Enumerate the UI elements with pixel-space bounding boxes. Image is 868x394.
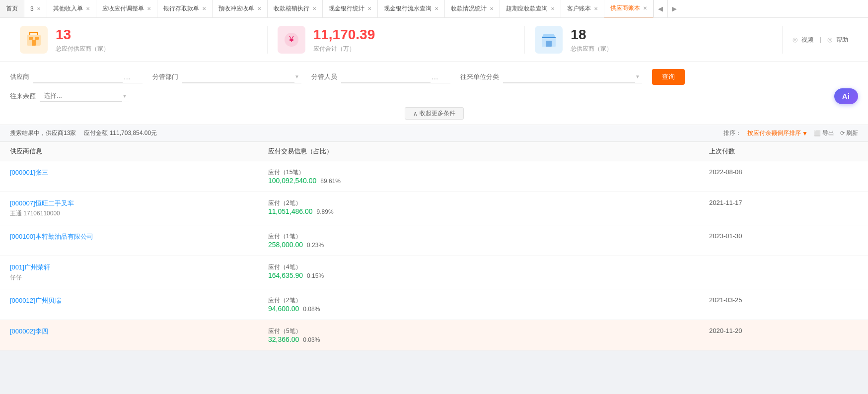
last-pay-cell-1: 2021-11-17	[709, 199, 858, 206]
table-row: [000100]本特勤油品有限公司 应付（1笔） 258,000.00 0.23…	[0, 225, 868, 256]
close-tab3[interactable]: ✕	[37, 6, 41, 11]
person-filter-label: 分管人员	[311, 72, 337, 81]
search-button[interactable]: 查询	[652, 69, 685, 85]
supplier-info-cell: [000002]李四	[10, 327, 268, 336]
help-link[interactable]: 帮助	[836, 36, 848, 44]
category-dropdown-arrow[interactable]: ▼	[635, 74, 640, 79]
close-adjust[interactable]: ✕	[147, 6, 151, 11]
collapse-button[interactable]: ∧ 收起更多条件	[405, 107, 464, 120]
col-supplier-info: 供应商信息	[10, 147, 268, 156]
tx-info-cell-5: 应付（5笔） 32,366.00 0.03%	[268, 327, 709, 343]
table-row: [000001]张三 应付（15笔） 100,092,540.00 89.61%…	[0, 161, 868, 192]
card3-number: 18	[571, 26, 612, 43]
close-collect-stat[interactable]: ✕	[490, 6, 494, 11]
nav-cash-stat[interactable]: 现金银行统计 ✕	[323, 0, 378, 18]
summary-card-suppliers: 13 总应付供应商（家）	[10, 26, 268, 54]
category-filter-label: 往来单位分类	[460, 72, 499, 81]
last-pay-cell-0: 2022-08-08	[709, 168, 858, 176]
table-row: [000012]广州贝瑞 应付（2笔） 94,600.00 0.08% 2021…	[0, 289, 868, 320]
card1-number: 13	[56, 26, 109, 43]
video-link[interactable]: 视频	[801, 36, 813, 44]
close-overdue-query[interactable]: ✕	[551, 6, 555, 11]
table-row: [001]广州荣轩 仔仔 应付（4笔） 164,635.90 0.15%	[0, 256, 868, 289]
close-advance-receive[interactable]: ✕	[257, 6, 261, 11]
chevron-up-icon: ∧	[413, 110, 418, 117]
supplier-link-3[interactable]: [001]广州荣轩	[10, 263, 50, 271]
tx-amount-2[interactable]: 258,000.00	[268, 241, 303, 249]
supplier-link-1[interactable]: [000007]恒旺二手叉车	[10, 199, 74, 207]
top-right-links: ◎ 视频 ｜ ◎ 帮助	[783, 36, 858, 44]
close-cash-stat[interactable]: ✕	[367, 6, 371, 11]
tx-percent-0: 89.61%	[320, 178, 341, 185]
nav-home[interactable]: 首页	[0, 0, 24, 18]
supplier-filter: 供应商 ...	[10, 71, 143, 83]
close-other-income[interactable]: ✕	[86, 6, 90, 11]
filter-row-1: 供应商 ... 分管部门 ▼ 分管人员 ... 往来单位分类	[10, 69, 858, 85]
nav-bank[interactable]: 银行存取款单 ✕	[157, 0, 213, 18]
nav-collect-stat[interactable]: 收款情况统计 ✕	[445, 0, 500, 18]
balance-input[interactable]	[40, 90, 122, 102]
nav-supplier-ledger[interactable]: 供应商账本 ✕	[604, 0, 653, 18]
summary-card-payable: ¥ 11,170.39 应付合计（万）	[268, 26, 525, 54]
nav-advance-receive[interactable]: 预收冲应收单 ✕	[213, 0, 268, 18]
tx-amount-0[interactable]: 100,092,540.00	[268, 177, 316, 185]
circle-help-icon: ◎	[827, 36, 832, 43]
tx-info-cell-4: 应付（2笔） 94,600.00 0.08%	[268, 296, 709, 313]
close-verify-exec[interactable]: ✕	[312, 6, 316, 11]
balance-dropdown-arrow[interactable]: ▼	[122, 93, 127, 99]
ai-button[interactable]: Ai	[834, 88, 858, 104]
collapse-bar: ∧ 收起更多条件	[10, 107, 858, 120]
close-supplier-ledger[interactable]: ✕	[643, 5, 647, 11]
tx-amount-1[interactable]: 11,051,486.00	[268, 207, 313, 215]
tx-row-3: 164,635.90 0.15%	[268, 271, 709, 279]
nav-verify-exec[interactable]: 收款核销执行 ✕	[268, 0, 323, 18]
close-cash-query[interactable]: ✕	[434, 6, 438, 11]
tx-row-2: 258,000.00 0.23%	[268, 241, 709, 249]
tx-row-4: 94,600.00 0.08%	[268, 305, 709, 313]
nav-prev-arrow[interactable]: ◀	[653, 0, 667, 18]
nav-customer-ledger[interactable]: 客户账本 ✕	[561, 0, 604, 18]
supplier-link-0[interactable]: [000001]张三	[10, 169, 48, 176]
export-button[interactable]: ⬜ 导出	[814, 129, 834, 137]
filter-section: 供应商 ... 分管部门 ▼ 分管人员 ... 往来单位分类	[0, 62, 868, 125]
nav-tab3[interactable]: 3 ✕	[24, 0, 47, 18]
tx-amount-3[interactable]: 164,635.90	[268, 271, 303, 279]
supplier-input[interactable]	[33, 71, 123, 83]
person-input[interactable]	[341, 71, 431, 83]
tx-amount-5[interactable]: 32,366.00	[268, 335, 299, 343]
nav-next-arrow[interactable]: ▶	[667, 0, 681, 18]
tx-percent-5: 0.03%	[303, 336, 320, 343]
person-input-wrapper: ...	[341, 71, 450, 83]
sort-dropdown-arrow: ▼	[802, 130, 808, 137]
dept-filter: 分管部门 ▼	[152, 71, 301, 83]
close-bank[interactable]: ✕	[202, 6, 206, 11]
nav-other-income[interactable]: 其他收入单 ✕	[47, 0, 96, 18]
tx-amount-4[interactable]: 94,600.00	[268, 305, 299, 313]
result-bar: 搜索结果中，供应商13家 应付金额 111,703,854.00元 排序： 按应…	[0, 125, 868, 142]
card1-label: 总应付供应商（家）	[56, 45, 109, 53]
nav-adjust[interactable]: 应收应付调整单 ✕	[96, 0, 157, 18]
nav-cash-query[interactable]: 现金银行流水查询 ✕	[378, 0, 445, 18]
supplier-link-4[interactable]: [000012]广州贝瑞	[10, 297, 61, 304]
supplier-link-2[interactable]: [000100]本特勤油品有限公司	[10, 233, 93, 240]
supplier-dots[interactable]: ...	[124, 72, 130, 81]
summary-section: 13 总应付供应商（家） ¥ 11,170.39 应付合计（万） 18	[0, 18, 868, 62]
dept-input[interactable]	[182, 71, 294, 83]
category-input[interactable]	[503, 71, 635, 83]
supplier-sub-3: 仔仔	[10, 273, 268, 282]
nav-overdue-query[interactable]: 超期应收款查询 ✕	[500, 0, 561, 18]
col-tx-info: 应付交易信息（占比）	[268, 147, 709, 156]
supplier-link-5[interactable]: [000002]李四	[10, 328, 48, 335]
close-customer-ledger[interactable]: ✕	[594, 6, 598, 11]
last-pay-cell-4: 2021-03-25	[709, 296, 858, 304]
supplier-info-cell: [000007]恒旺二手叉车 王通 17106110000	[10, 199, 268, 218]
dept-dropdown-arrow[interactable]: ▼	[294, 74, 299, 79]
supplier-sub-1: 王通 17106110000	[10, 209, 268, 218]
refresh-button[interactable]: ⟳ 刷新	[840, 129, 858, 137]
card3-content: 18 总供应商（家）	[571, 26, 612, 54]
person-dots[interactable]: ...	[432, 72, 438, 81]
table-row: [000007]恒旺二手叉车 王通 17106110000 应付（2笔） 11,…	[0, 192, 868, 225]
tx-row-0: 100,092,540.00 89.61%	[268, 177, 709, 185]
tx-percent-4: 0.08%	[303, 306, 320, 313]
sort-button[interactable]: 按应付余额倒序排序 ▼	[747, 129, 808, 137]
